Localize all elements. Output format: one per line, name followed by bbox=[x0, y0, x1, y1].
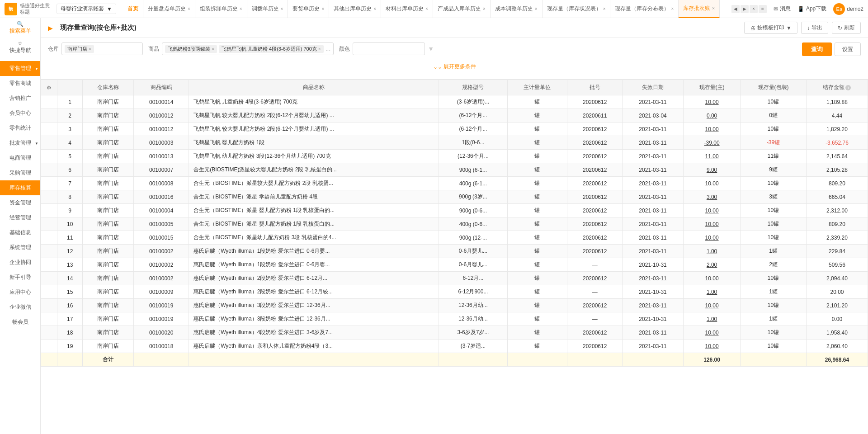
warehouse-input[interactable]: 南岸门店 × bbox=[61, 42, 143, 55]
row-balance: 2,312.00 bbox=[806, 204, 868, 217]
row-name: 飞鹤星飞帆 儿童奶粉 4段(3-6岁适用) 700克 bbox=[189, 95, 439, 109]
row-expire: 2021-03-11 bbox=[623, 326, 684, 340]
row-qty-main: 10.00 bbox=[684, 123, 741, 136]
close-tab-2[interactable]: × bbox=[240, 6, 242, 11]
sidebar-item-operation[interactable]: 经营管理 bbox=[0, 210, 40, 225]
tab-11[interactable]: 库存批次账 × bbox=[679, 0, 720, 18]
product-more-btn[interactable]: ... bbox=[326, 45, 331, 52]
close-tab-3[interactable]: × bbox=[281, 6, 283, 11]
table-row: 17 南岸门店 00100019 惠氏启腱（Wyeth illuma）3段奶粉 … bbox=[41, 312, 868, 326]
tab-5[interactable]: 其他出库单历史 × bbox=[329, 0, 381, 18]
tab-4[interactable]: 要货单历史 × bbox=[288, 0, 329, 18]
tab-3[interactable]: 调拨单历史 × bbox=[247, 0, 288, 18]
sidebar-item-vip[interactable]: 畅会员 bbox=[0, 315, 40, 330]
tab-home[interactable]: 首页 bbox=[123, 0, 143, 18]
sidebar-quick-nav[interactable]: ☆ 快捷导航 bbox=[0, 38, 40, 57]
row-qty-main: 1.00 bbox=[684, 312, 741, 326]
row-expire: 2021-10-31 bbox=[623, 285, 684, 299]
remove-warehouse-tag[interactable]: × bbox=[89, 47, 91, 52]
remove-product-tag-1[interactable]: × bbox=[212, 47, 214, 52]
row-expire: 2021-10-31 bbox=[623, 258, 684, 272]
close-tab-4[interactable]: × bbox=[321, 6, 324, 11]
inventory-table: ⚙ 仓库名称 商品编码 商品名称 规格型号 主计量单位 批号 失效日期 现存量(… bbox=[41, 80, 868, 367]
sidebar-item-system[interactable]: 系统管理 bbox=[0, 240, 40, 255]
sidebar-item-finance[interactable]: 资金管理 bbox=[0, 195, 40, 210]
tab-close-arrow[interactable]: × bbox=[750, 5, 758, 13]
sidebar-search[interactable]: 🔍 搜索菜单 bbox=[0, 18, 40, 38]
sidebar-item-retail-stats[interactable]: 零售统计 bbox=[0, 121, 40, 136]
sidebar-item-wechat[interactable]: 企业微信 bbox=[0, 300, 40, 315]
row-no: 6 bbox=[57, 163, 83, 177]
refresh-btn[interactable]: ↻ 刷新 bbox=[832, 22, 861, 34]
expand-panel-btn[interactable]: ▶ bbox=[48, 24, 53, 32]
row-unit: 罐 bbox=[507, 258, 567, 272]
tab-nav-arrows: ◀ ▶ × ≡ bbox=[731, 5, 767, 13]
row-warehouse: 南岸门店 bbox=[83, 231, 134, 245]
color-dropdown-icon[interactable]: ▼ bbox=[428, 45, 434, 52]
sidebar-item-apps[interactable]: 应用中心 bbox=[0, 285, 40, 300]
close-tab-1[interactable]: × bbox=[188, 6, 190, 11]
row-batch: 20200612 bbox=[567, 245, 623, 258]
tab-1[interactable]: 分量盘点单历史 × bbox=[143, 0, 195, 18]
table-row: 11 南岸门店 00100015 合生元（BIOSTIME）派星幼儿配方奶粉 3… bbox=[41, 231, 868, 245]
close-tab-10[interactable]: × bbox=[671, 6, 674, 11]
sidebar-item-basics[interactable]: 基础信息 bbox=[0, 225, 40, 240]
tab-menu-arrow[interactable]: ≡ bbox=[759, 5, 767, 13]
sidebar-item-ecommerce[interactable]: 电商管理 bbox=[0, 151, 40, 165]
row-expire: 2021-03-11 bbox=[623, 123, 684, 136]
tab-prev-arrow[interactable]: ◀ bbox=[731, 5, 740, 13]
col-settings[interactable]: ⚙ bbox=[41, 80, 57, 95]
tab-next-arrow[interactable]: ▶ bbox=[741, 5, 749, 13]
tab-9[interactable]: 现存量（库存状况表）× bbox=[542, 0, 611, 18]
tab-7[interactable]: 产成品入库单历史 × bbox=[433, 0, 491, 18]
expand-more-btn[interactable]: ⌄⌄ 展开更多条件 bbox=[429, 61, 480, 72]
print-btn[interactable]: 🖨 按模板打印 ▼ bbox=[744, 22, 797, 34]
sidebar-item-marketing[interactable]: 营销推广 bbox=[0, 91, 40, 106]
query-btn[interactable]: 查询 bbox=[802, 42, 832, 56]
color-input[interactable] bbox=[353, 42, 425, 55]
tab-2[interactable]: 组装拆卸单历史 × bbox=[195, 0, 247, 18]
row-warehouse: 南岸门店 bbox=[83, 177, 134, 190]
close-tab-9[interactable]: × bbox=[603, 6, 606, 11]
table-row: 4 南岸门店 00100003 飞鹤星飞帆 婴儿配方奶粉 1段 1段(0-6..… bbox=[41, 136, 868, 150]
sidebar-item-inventory[interactable]: 库存核算 bbox=[0, 180, 40, 195]
page-header: ▶ 现存量查询(按仓库+批次) 🖨 按模板打印 ▼ ↓ 导出 ↻ 刷新 bbox=[41, 18, 868, 38]
total-label: 合计 bbox=[83, 353, 134, 367]
sidebar-item-wholesale[interactable]: 批发管理 ▼ bbox=[0, 136, 40, 151]
tab-6[interactable]: 材料出库单历史 × bbox=[381, 0, 433, 18]
app-download-btn[interactable]: 📱 App下载 bbox=[797, 5, 826, 13]
sidebar-item-member[interactable]: 会员中心 bbox=[0, 106, 40, 121]
close-tab-6[interactable]: × bbox=[425, 6, 428, 11]
sidebar-item-retail[interactable]: 零售管理 ▼ bbox=[0, 61, 40, 76]
sidebar-item-guide[interactable]: 新手引导 bbox=[0, 270, 40, 285]
sidebar-item-collab[interactable]: 企业协同 bbox=[0, 255, 40, 270]
row-qty-main: 0.00 bbox=[684, 109, 741, 123]
tab-8[interactable]: 成本调整单历史 × bbox=[491, 0, 542, 18]
row-batch: 20200612 bbox=[567, 136, 623, 150]
user-profile[interactable]: Ea demo2 bbox=[833, 3, 863, 15]
sidebar-item-mall[interactable]: 零售商城 bbox=[0, 76, 40, 91]
row-code: 00100016 bbox=[134, 190, 189, 204]
row-code: 00100003 bbox=[134, 136, 189, 150]
close-tab-7[interactable]: × bbox=[483, 6, 486, 11]
balance-info-icon[interactable]: i bbox=[845, 85, 851, 90]
settings-btn[interactable]: 设置 bbox=[835, 42, 861, 56]
table-header-row: ⚙ 仓库名称 商品编码 商品名称 规格型号 主计量单位 批号 失效日期 现存量(… bbox=[41, 80, 868, 95]
remove-product-tag-2[interactable]: × bbox=[318, 47, 321, 52]
close-tab-11[interactable]: × bbox=[712, 6, 715, 11]
product-input[interactable]: 飞鹤奶粉3段两罐装 × 飞鹤星飞帆 儿童奶粉 4段(3-6岁适用) 700克 ×… bbox=[162, 42, 334, 55]
settings-icon[interactable]: ⚙ bbox=[47, 85, 52, 91]
close-tab-5[interactable]: × bbox=[373, 6, 376, 11]
close-tab-8[interactable]: × bbox=[535, 6, 538, 11]
row-balance: 1,829.20 bbox=[806, 123, 868, 136]
tab-10[interactable]: 现存量（库存分布表）× bbox=[610, 0, 679, 18]
row-qty-main: 10.00 bbox=[684, 217, 741, 231]
row-qty-main: 9.00 bbox=[684, 163, 741, 177]
sidebar-item-purchase[interactable]: 采购管理 bbox=[0, 165, 40, 180]
row-name: 惠氏启腱（Wyeth illuma）1段奶粉 爱尔兰进口 0-6月婴... bbox=[189, 258, 439, 272]
avatar: Ea bbox=[833, 3, 845, 15]
export-btn[interactable]: ↓ 导出 bbox=[801, 22, 828, 34]
message-btn[interactable]: ✉ 消息 bbox=[774, 5, 791, 13]
app-icon: 📱 bbox=[797, 6, 804, 12]
account-dropdown[interactable]: 母婴行业演示账套 ▼ bbox=[57, 4, 116, 14]
